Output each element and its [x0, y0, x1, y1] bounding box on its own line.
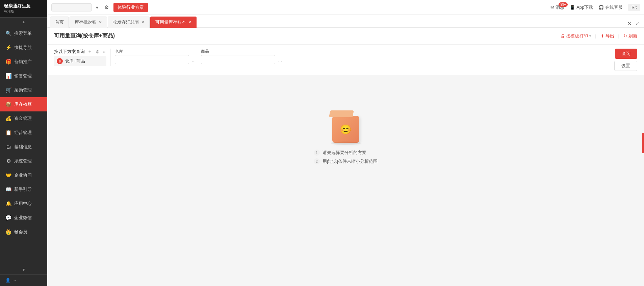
- sales-icon: 📊: [5, 73, 11, 79]
- sidebar-item-marketing[interactable]: 🎁 营销推广: [0, 55, 47, 69]
- tip-text-1: 请先选择要分析的方案: [323, 150, 366, 156]
- warehouse-more-btn[interactable]: ...: [190, 56, 197, 63]
- tip-num-2: 2: [314, 158, 320, 164]
- marketing-icon: 🎁: [5, 59, 11, 65]
- sidebar-item-purchase[interactable]: 🛒 采购管理: [0, 83, 47, 97]
- logo-sub: 标准版: [4, 9, 43, 14]
- empty-tips: 1 请先选择要分析的方案 2 用[过滤]条件来缩小分析范围: [314, 150, 378, 164]
- tab-home[interactable]: 首页: [50, 17, 69, 28]
- empty-illustration: [326, 102, 366, 143]
- sidebar-item-label: 基础信息: [14, 144, 32, 150]
- sidebar-item-newbie[interactable]: 📖 新手引导: [0, 182, 47, 197]
- sidebar-item-wechat[interactable]: 💬 企业微信: [0, 211, 47, 225]
- sidebar-item-label: 资金管理: [14, 115, 32, 122]
- sidebar-item-member[interactable]: 👑 畅会员: [0, 225, 47, 239]
- right-edge-indicator: [642, 133, 644, 153]
- scheme-item-warehouse-goods[interactable]: ⊕ 仓库+商品: [54, 56, 106, 66]
- topbar-search-input[interactable]: [51, 3, 92, 11]
- sidebar-nav: 🔍 搜索菜单 ⚡ 快捷导航 🎁 营销推广 📊 销售管理 🛒 采购管理 📦 库存核…: [0, 26, 47, 265]
- msg-badge: 99+: [559, 2, 568, 7]
- empty-shadow: [331, 141, 361, 145]
- sidebar-item-basic[interactable]: 🗂 基础信息: [0, 140, 47, 154]
- topbar-app-btn[interactable]: 📱 App下载: [570, 4, 593, 10]
- sidebar-item-search[interactable]: 🔍 搜索菜单: [0, 26, 47, 41]
- query-btn[interactable]: 查询: [615, 49, 637, 59]
- filter-scheme-title: 按以下方案查询: [54, 49, 85, 55]
- template-print-btn[interactable]: 🖨 按模板打印 ▾: [560, 33, 591, 39]
- topbar-user-btn[interactable]: Rit: [628, 4, 640, 11]
- add-scheme-btn[interactable]: ＋: [87, 49, 93, 55]
- collapse-scheme-btn[interactable]: «: [102, 49, 106, 54]
- chevron-down-icon: ▾: [589, 34, 591, 38]
- sidebar-item-label: 企业协同: [14, 172, 32, 178]
- tab-batch[interactable]: 库存批次账 ✕: [70, 17, 107, 28]
- tab-summary-label: 收发存汇总表: [113, 19, 139, 25]
- tab-summary[interactable]: 收发存汇总表 ✕: [108, 17, 150, 28]
- template-print-label: 按模板打印: [566, 33, 588, 39]
- export-label: 导出: [606, 33, 614, 39]
- topbar-service-btn[interactable]: 🎧 在线客服: [598, 4, 623, 10]
- export-btn[interactable]: ⬆ 导出: [600, 33, 614, 39]
- sidebar-logo: 畅康通好生意 标准版: [0, 0, 47, 18]
- sidebar-item-inventory[interactable]: 📦 库存核算: [0, 97, 47, 111]
- inventory-icon: 📦: [5, 101, 11, 107]
- msg-icon: ✉: [550, 5, 554, 10]
- main-area: ▾ ⚙ 体验行业方案 ✉ 消息 99+ 📱 App下载 🎧 在线客服 Rit: [47, 0, 644, 286]
- member-icon: 👑: [5, 229, 11, 235]
- tab-available[interactable]: 可用量库存账本 ✕: [150, 17, 197, 28]
- sidebar-bottom-user[interactable]: 👤 ···: [0, 274, 47, 286]
- user-avatar-icon: 👤: [5, 278, 10, 283]
- sidebar-item-enterprise[interactable]: 🤝 企业协同: [0, 168, 47, 182]
- scroll-down-btn[interactable]: ▼: [0, 265, 47, 274]
- finance-icon: 💰: [5, 115, 11, 122]
- sidebar-item-label: 企业微信: [14, 215, 32, 221]
- sidebar-item-label: 采购管理: [14, 87, 32, 93]
- filter-scheme: 按以下方案查询 ＋ ⊚ « ⊕ 仓库+商品: [54, 49, 111, 66]
- experience-btn[interactable]: 体验行业方案: [113, 3, 148, 12]
- empty-tip-1: 1 请先选择要分析的方案: [314, 150, 378, 156]
- tab-home-label: 首页: [55, 19, 64, 25]
- newbie-icon: 📖: [5, 186, 11, 192]
- setting-btn[interactable]: 设置: [614, 61, 637, 71]
- sidebar-item-label: 畅会员: [14, 229, 27, 235]
- warehouse-label: 仓库: [115, 49, 197, 54]
- manage-scheme-btn[interactable]: ⊚: [95, 49, 100, 54]
- sidebar-user-label: ···: [12, 278, 16, 283]
- sidebar-item-shortcut[interactable]: ⚡ 快捷导航: [0, 41, 47, 55]
- sidebar-item-finance[interactable]: 💰 资金管理: [0, 111, 47, 126]
- tab-available-label: 可用量库存账本: [155, 19, 186, 25]
- app-label: App下载: [576, 4, 593, 10]
- operation-icon: 📋: [5, 130, 11, 136]
- tab-summary-close[interactable]: ✕: [141, 20, 145, 24]
- goods-input[interactable]: [201, 55, 275, 64]
- topbar-msg-btn[interactable]: ✉ 消息 99+: [550, 4, 564, 10]
- tabs-end-btns: ✕ ⤢: [626, 20, 644, 27]
- sidebar-item-operation[interactable]: 📋 经营管理: [0, 126, 47, 140]
- scheme-item-icon: ⊕: [57, 58, 63, 64]
- sidebar-item-label: 营销推广: [14, 59, 32, 65]
- sidebar-item-system[interactable]: ⚙ 系统管理: [0, 154, 47, 168]
- tab-expand-btn[interactable]: ⤢: [634, 20, 641, 27]
- tab-available-close[interactable]: ✕: [188, 20, 191, 24]
- topbar-right: ✉ 消息 99+ 📱 App下载 🎧 在线客服 Rit: [550, 4, 640, 11]
- tab-close-all-btn[interactable]: ✕: [626, 20, 633, 27]
- warehouse-input[interactable]: [115, 55, 189, 64]
- sidebar-item-label: 系统管理: [14, 158, 32, 164]
- filter-field-warehouse: 仓库 ...: [115, 49, 197, 64]
- page-actions: 🖨 按模板打印 ▾ | ⬆ 导出 | ↻ 刷新: [560, 33, 637, 39]
- sidebar-item-label: 销售管理: [14, 73, 32, 79]
- sidebar-item-sales[interactable]: 📊 销售管理: [0, 69, 47, 83]
- topbar-dropdown-btn[interactable]: ▾: [95, 4, 100, 11]
- content-area: 可用量查询(按仓库+商品) 🖨 按模板打印 ▾ | ⬆ 导出 | ↻ 刷新: [47, 28, 644, 286]
- tab-batch-close[interactable]: ✕: [99, 20, 102, 24]
- refresh-btn[interactable]: ↻ 刷新: [623, 33, 637, 39]
- apps-icon: 🔔: [5, 201, 11, 207]
- headset-icon: 🎧: [598, 5, 604, 10]
- sidebar: 畅康通好生意 标准版 ▲ 🔍 搜索菜单 ⚡ 快捷导航 🎁 营销推广 📊 销售管理…: [0, 0, 47, 286]
- goods-more-btn[interactable]: ...: [277, 56, 283, 63]
- topbar: ▾ ⚙ 体验行业方案 ✉ 消息 99+ 📱 App下载 🎧 在线客服 Rit: [47, 0, 644, 15]
- topbar-gear-btn[interactable]: ⚙: [102, 4, 111, 11]
- scroll-up-btn[interactable]: ▲: [0, 18, 47, 26]
- sidebar-item-apps[interactable]: 🔔 应用中心: [0, 197, 47, 211]
- user-name: Rit: [632, 5, 637, 10]
